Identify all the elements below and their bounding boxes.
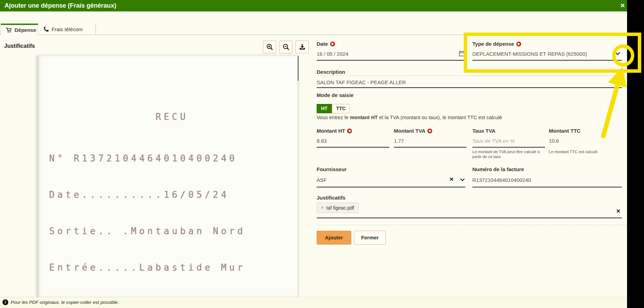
fournisseur-select[interactable]: ASF (317, 177, 327, 183)
chevron-down-icon[interactable] (615, 51, 621, 56)
justificatifs-label: Justificatifs (317, 195, 345, 201)
receipt-line: Entrée.....Labastide Mur (49, 262, 254, 274)
description-underline (317, 87, 622, 88)
footer-note: Pour les PDF originaux, le copier-coller… (11, 300, 119, 305)
required-icon: ✱ (427, 129, 432, 133)
montant-ht-field[interactable]: 8.83 (317, 138, 327, 144)
taux-tva-label: Taux TVA (472, 128, 496, 134)
taux-tva-helper: Le montant de TVA peut être calculé à pa… (472, 149, 549, 159)
taux-tva-underline (472, 147, 545, 148)
montant-ht-underline (317, 147, 389, 148)
file-chip-label: taf figeac.pdf (326, 205, 354, 211)
montant-ht-label: Montant HT✱ (317, 128, 352, 134)
date-label: Date✱ (317, 41, 335, 47)
required-icon: ✱ (330, 42, 335, 46)
tab-bar: Dépense Frais télécom (0, 24, 627, 35)
fournisseur-underline (317, 187, 465, 187)
type-depense-label: Type de dépense✱ (472, 41, 521, 47)
tab-frais-telecom[interactable]: Frais télécom (39, 24, 96, 35)
form-divider (317, 225, 627, 225)
justificatifs-clear-icon[interactable]: ✕ (616, 208, 620, 214)
taux-tva-field[interactable]: Taux de TVA en % (472, 138, 515, 144)
justificatifs-underline (317, 218, 622, 218)
cart-icon (6, 27, 12, 33)
tab-depense-label: Dépense (15, 27, 36, 33)
montant-tva-field[interactable]: 1.77 (394, 138, 404, 144)
viewer-scrollbar[interactable] (298, 56, 299, 297)
close-icon[interactable]: ✕ (618, 0, 627, 11)
mode-hint: Vous entrez le montant HT et la TVA (mon… (317, 115, 502, 120)
zoom-out-icon (282, 43, 290, 51)
phone-icon (44, 27, 49, 32)
zoom-in-button[interactable] (263, 41, 276, 53)
info-icon: i (2, 299, 8, 305)
ajouter-button[interactable]: Ajouter (317, 231, 351, 245)
mode-ht-button[interactable]: HT (317, 104, 332, 113)
receipt-line: RECU (49, 111, 254, 123)
receipt-line: N° R1372104464010400240 (49, 152, 254, 165)
annotation-arrow-tail (603, 85, 617, 138)
tab-frais-telecom-label: Frais télécom (52, 26, 83, 32)
download-icon (299, 43, 306, 51)
justificatifs-heading: Justificatifs (4, 43, 35, 49)
download-button[interactable] (296, 41, 309, 53)
expense-modal: Ajouter une dépense (Frais généraux) ✕ D… (0, 0, 644, 308)
receipt-line: Sortie.. .Montauban Nord (49, 225, 254, 237)
facture-label: Numéro de la facture (472, 166, 524, 172)
description-label: Description (317, 69, 345, 75)
mode-saisie-label: Mode de saisie (317, 92, 354, 98)
required-icon: ✱ (347, 129, 352, 133)
type-depense-select[interactable]: DEPLACEMENT-MISSIONS ET REPAS (625000) (472, 51, 587, 57)
description-field[interactable]: SALON TAF FIGEAC - PEAGE ALLER (317, 79, 406, 85)
receipt-line: Date..........16/05/24 (49, 189, 254, 201)
annotation-arrow-head (608, 67, 627, 88)
calendar-icon[interactable] (459, 51, 465, 56)
mode-ttc-button[interactable]: TTC (332, 104, 350, 113)
file-chip[interactable]: × taf figeac.pdf (317, 203, 359, 213)
date-field[interactable]: 16 / 05 / 2024 (317, 51, 348, 57)
fermer-button[interactable]: Fermer (354, 231, 386, 245)
fournisseur-label: Fournisseur (317, 166, 347, 172)
facture-field[interactable]: R1372104464010400240 (472, 177, 531, 183)
viewer-scrollbar-thumb[interactable] (298, 56, 299, 81)
fournisseur-chevron-icon[interactable] (460, 177, 465, 182)
required-icon: ✱ (516, 42, 521, 46)
modal-backdrop (627, 0, 644, 308)
type-underline (472, 60, 622, 61)
fournisseur-clear-icon[interactable]: ✕ (449, 176, 454, 183)
date-underline (317, 60, 465, 61)
montant-ttc-value: 10.6 (549, 138, 559, 144)
chip-remove-icon[interactable]: × (321, 205, 324, 210)
description-dotted-line (317, 76, 626, 76)
receipt-text: RECU N° R1372104464010400240 Date.......… (49, 87, 254, 308)
zoom-in-icon (266, 43, 273, 51)
facture-underline (472, 187, 622, 187)
montant-ttc-helper: Le montant TTC est calculé (549, 149, 625, 154)
montant-tva-underline (394, 147, 466, 148)
zoom-out-button[interactable] (279, 41, 292, 53)
montant-ttc-label: Montant TTC (549, 128, 581, 134)
tab-depense[interactable]: Dépense (1, 24, 38, 35)
montant-tva-label: Montant TVA✱ (394, 128, 432, 134)
modal-title: Ajouter une dépense (Frais généraux) (4, 0, 116, 11)
